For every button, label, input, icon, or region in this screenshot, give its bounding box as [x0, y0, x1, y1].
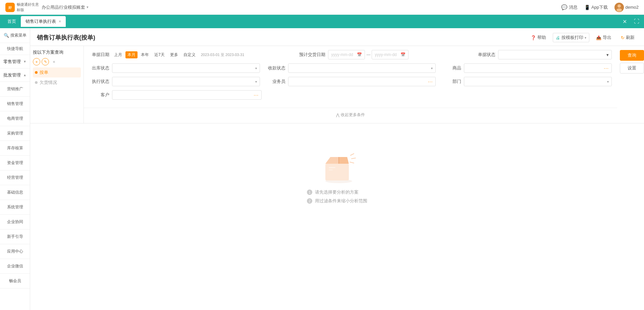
tab-bar: 首页 销售订单执行表 × ✕ ⛶ [0, 15, 644, 28]
sidebar-section: 零售管理 ▼ 批发管理 ▲ 营销推广 销售管理 电商管理 采购管理 库存核算 [0, 55, 30, 289]
sidebar-item-operation[interactable]: 经营管理 [0, 170, 30, 185]
tab-home[interactable]: 首页 [3, 16, 21, 27]
expected-date-from-text: yyyy-mm-dd [331, 52, 353, 57]
exec-status-control[interactable]: ▾ [112, 77, 260, 86]
user-profile[interactable]: demo2 [614, 3, 639, 12]
help-btn[interactable]: ❓ 帮助 [528, 33, 549, 42]
sidebar-item-purchase-label: 采购管理 [7, 131, 23, 136]
expected-date-from[interactable]: yyyy-mm-dd 📅 [328, 50, 365, 59]
tab-close-window-btn[interactable]: ✕ [620, 17, 629, 26]
search-label: 搜索菜单 [10, 33, 26, 38]
app-download-action[interactable]: 📱 App下载 [584, 4, 608, 10]
retail-expand-icon: ▼ [23, 60, 26, 63]
sidebar-item-member[interactable]: 畅会员 [0, 274, 30, 289]
salesperson-label: 业务员 [265, 79, 285, 85]
sidebar-item-inventory[interactable]: 库存核算 [0, 141, 30, 156]
tab-close-icon[interactable]: × [59, 19, 61, 24]
sidebar-item-ecommerce-label: 电商管理 [7, 116, 23, 121]
logo-area[interactable]: 好 畅捷通好生意 标版 [5, 2, 39, 12]
date-tab-custom[interactable]: 自定义 [181, 51, 198, 58]
logo-text: 畅捷通好生意 标版 [17, 2, 39, 12]
sidebar-item-wechat-label: 企业微信 [7, 263, 23, 269]
tab-bar-actions: ✕ ⛶ [620, 17, 641, 26]
content-area: 销售订单执行表(按单) ❓ 帮助 🖨 按模板打印 ▾ 📤 导出 [30, 28, 644, 310]
sidebar-item-sales[interactable]: 销售管理 [0, 97, 30, 111]
refresh-icon: ↻ [621, 35, 625, 40]
filter-field-doc-status: 单据状态 ▾ [475, 50, 612, 59]
date-tab-more[interactable]: 更多 [168, 51, 180, 58]
breadcrumb-area[interactable]: 办公用品行业模拟账套 ▾ [42, 4, 89, 10]
scheme-title-text: 按以下方案查询 [33, 49, 63, 55]
scheme-edit-btn[interactable]: ✎ [42, 58, 49, 65]
scheme-item-2[interactable]: 欠货情况 [33, 78, 81, 88]
customer-control[interactable]: ··· [112, 90, 262, 100]
message-action[interactable]: 💬 消息 [561, 4, 578, 10]
sidebar-item-basic[interactable]: 基础信息 [0, 185, 30, 200]
sidebar-search[interactable]: 🔍 搜索菜单 [0, 28, 30, 43]
collection-status-control[interactable]: ▾ [288, 63, 436, 73]
svg-text:好: 好 [8, 6, 12, 9]
svg-line-10 [351, 154, 354, 155]
export-btn[interactable]: 📤 导出 [593, 33, 614, 42]
sidebar-item-collab[interactable]: 企业协同 [0, 215, 30, 229]
tab-maximize-btn[interactable]: ⛶ [632, 17, 641, 26]
scheme-dot-1 [35, 71, 38, 74]
avatar [614, 3, 624, 12]
scheme-label-2: 欠货情况 [40, 80, 57, 86]
doc-status-control[interactable]: ▾ [498, 50, 612, 59]
template-print-btn[interactable]: 🖨 按模板打印 ▾ [553, 33, 589, 42]
sidebar-item-wholesale[interactable]: 批发管理 ▲ [0, 68, 30, 82]
sidebar: 🔍 搜索菜单 快捷导航 零售管理 ▼ 批发管理 ▲ 营销推广 销售管理 电商管理 [0, 28, 30, 310]
sidebar-item-marketing[interactable]: 营销推广 [0, 82, 30, 97]
filter-field-exec-status: 执行状态 ▾ [89, 77, 260, 86]
out-status-control[interactable]: ▾ [112, 63, 260, 73]
breadcrumb-dropdown-icon[interactable]: ▾ [87, 5, 89, 9]
template-print-label: 按模板打印 [561, 35, 583, 41]
scheme-collapse-btn[interactable]: « [50, 58, 58, 65]
sidebar-quick-nav[interactable]: 快捷导航 [0, 43, 30, 55]
goods-control[interactable]: ··· [464, 63, 612, 73]
date-tab-this-month[interactable]: 本月 [125, 51, 138, 58]
sidebar-item-retail[interactable]: 零售管理 ▼ [0, 55, 30, 68]
date-tab-this-year[interactable]: 本年 [139, 51, 151, 58]
sidebar-item-system[interactable]: 系统管理 [0, 200, 30, 215]
out-status-chevron: ▾ [255, 66, 257, 70]
salesperson-control[interactable]: ··· [288, 77, 436, 86]
collapse-bar: ⋀ 收起更多条件 [84, 108, 617, 123]
exec-status-chevron: ▾ [255, 80, 257, 84]
empty-num-2: 2 [307, 198, 312, 204]
setting-btn[interactable]: 设置 [620, 63, 644, 73]
sidebar-item-ecommerce[interactable]: 电商管理 [0, 111, 30, 126]
tab-sales-order[interactable]: 销售订单执行表 × [21, 16, 66, 27]
query-btn[interactable]: 查询 [620, 50, 644, 61]
sidebar-item-wechat[interactable]: 企业微信 [0, 259, 30, 274]
filter-field-salesperson: 业务员 ··· [265, 77, 436, 86]
empty-illustration [320, 150, 357, 184]
scheme-add-btn[interactable]: + [33, 58, 40, 65]
expected-date-to[interactable]: yyyy-mm-dd 📅 [372, 50, 409, 59]
collapse-icon: ⋀ [336, 113, 339, 117]
customer-dots-icon: ··· [254, 92, 259, 98]
date-tab-last-month[interactable]: 上月 [112, 51, 124, 58]
scheme-label-1: 按单 [40, 69, 48, 75]
collapse-btn[interactable]: ⋀ 收起更多条件 [332, 111, 369, 119]
sidebar-item-app-center[interactable]: 应用中心 [0, 244, 30, 259]
sidebar-item-guide[interactable]: 新手引导 [0, 229, 30, 244]
empty-text-item-2: 2 用过滤条件来缩小分析范围 [307, 198, 367, 204]
page-actions: ❓ 帮助 🖨 按模板打印 ▾ 📤 导出 ↻ 刷新 [528, 33, 637, 42]
filter-field-out-status: 出库状态 ▾ [89, 63, 260, 73]
filter-field-date: 单据日期 上月 本月 本年 近7天 更多 自定义 [89, 51, 294, 58]
date-range-sep: — [366, 52, 370, 57]
page-title: 销售订单执行表(按单) [37, 34, 95, 42]
sidebar-item-purchase[interactable]: 采购管理 [0, 126, 30, 141]
sidebar-item-finance[interactable]: 资金管理 [0, 156, 30, 170]
help-label: 帮助 [537, 35, 546, 41]
date-tab-7days[interactable]: 近7天 [152, 51, 167, 58]
expected-date-group: yyyy-mm-dd 📅 — yyyy-mm-dd 📅 [328, 50, 470, 59]
sidebar-item-member-label: 畅会员 [9, 278, 21, 284]
scheme-dot-2 [35, 81, 38, 84]
dept-control[interactable]: ▾ [464, 77, 612, 86]
date-control: 上月 本月 本年 近7天 更多 自定义 2023-03-01 至 2023-03… [112, 51, 294, 58]
refresh-btn[interactable]: ↻ 刷新 [618, 33, 637, 42]
scheme-item-1[interactable]: 按单 [33, 67, 81, 78]
